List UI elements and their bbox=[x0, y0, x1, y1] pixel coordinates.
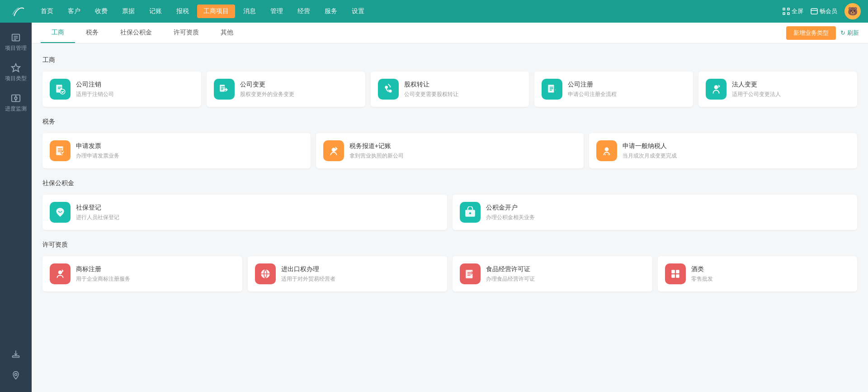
card-alcohol[interactable]: 酒类 零售批发 bbox=[658, 256, 858, 292]
card-company-change[interactable]: 公司变更 股权变更外的业务变更 bbox=[207, 72, 365, 107]
nav-industrial[interactable]: 工商项目 bbox=[197, 5, 235, 18]
svg-rect-14 bbox=[13, 356, 19, 357]
sidebar-item-project-type[interactable]: 项目类型 bbox=[0, 57, 32, 88]
alcohol-icon bbox=[665, 263, 686, 284]
alcohol-desc: 零售批发 bbox=[691, 275, 850, 283]
card-invoice[interactable]: 申请发票 办理申请发票业务 bbox=[42, 133, 311, 168]
svg-rect-33 bbox=[676, 270, 679, 273]
card-tax-report[interactable]: 税务报道+记账 拿到营业执照的新公司 bbox=[316, 133, 584, 168]
social-insurance-desc: 进行人员社保登记 bbox=[76, 214, 440, 221]
license-cards: 商标注册 用于企业商标注册服务 进出口权办理 适用于对外贸易经营者 食品 bbox=[42, 256, 857, 292]
sidebar-download-icon[interactable] bbox=[8, 346, 24, 363]
tab-tax[interactable]: 税务 bbox=[75, 23, 109, 43]
svg-rect-4 bbox=[811, 9, 817, 14]
card-food-license[interactable]: 食品经营许可证 办理食品经营许可证 bbox=[453, 256, 652, 292]
refresh-button[interactable]: ↻ 刷新 bbox=[840, 29, 859, 37]
svg-rect-34 bbox=[671, 274, 675, 278]
legal-change-info: 法人变更 适用于公司变更法人 bbox=[732, 81, 850, 98]
industrial-cards: 公司注销 适用于注销公司 公司变更 股权变更外的业务变更 股权转让 bbox=[42, 72, 857, 107]
import-export-title: 进出口权办理 bbox=[281, 265, 440, 273]
svg-point-25 bbox=[331, 148, 335, 152]
nav-items: 首页 客户 收费 票据 记账 报税 工商项目 消息 管理 经营 服务 设置 bbox=[34, 5, 783, 18]
equity-transfer-icon bbox=[378, 79, 399, 100]
tabs: 工商 税务 社保公积金 许可资质 其他 bbox=[41, 23, 244, 43]
equity-transfer-info: 股权转让 公司变更需要股权转让 bbox=[404, 81, 522, 98]
food-license-icon bbox=[460, 263, 481, 284]
svg-point-20 bbox=[389, 90, 392, 93]
nav-service[interactable]: 服务 bbox=[318, 5, 344, 18]
section-title-license: 许可资质 bbox=[42, 241, 857, 249]
user-avatar[interactable]: 🐻 bbox=[844, 3, 861, 19]
taxpayer-info: 申请一般纳税人 当月或次月成变更完成 bbox=[623, 142, 850, 160]
company-change-desc: 股权变更外的业务变更 bbox=[240, 91, 358, 98]
sidebar-location-icon[interactable] bbox=[8, 367, 24, 385]
sidebar-item-progress[interactable]: 进度监测 bbox=[0, 88, 32, 118]
top-navigation: 首页 客户 收费 票据 记账 报税 工商项目 消息 管理 经营 服务 设置 全屏… bbox=[0, 0, 868, 23]
trademark-info: 商标注册 用于企业商标注册服务 bbox=[76, 265, 235, 283]
sidebar-bottom bbox=[8, 346, 24, 392]
invoice-title: 申请发票 bbox=[76, 142, 303, 150]
legal-change-icon bbox=[706, 79, 726, 100]
company-change-info: 公司变更 股权变更外的业务变更 bbox=[240, 81, 358, 98]
nav-home[interactable]: 首页 bbox=[34, 5, 60, 18]
social-insurance-icon bbox=[50, 202, 71, 223]
import-export-icon bbox=[255, 263, 276, 284]
nav-message[interactable]: 消息 bbox=[237, 5, 262, 18]
section-title-tax: 税务 bbox=[42, 118, 857, 126]
card-equity-transfer[interactable]: 股权转让 公司变更需要股权转让 bbox=[371, 72, 529, 107]
svg-point-26 bbox=[605, 147, 609, 151]
trademark-desc: 用于企业商标注册服务 bbox=[76, 275, 235, 283]
invoice-info: 申请发票 办理申请发票业务 bbox=[76, 142, 303, 160]
sidebar-label-project-type: 项目类型 bbox=[5, 75, 27, 82]
card-company-register[interactable]: 公司注册 申请公司注册全流程 bbox=[534, 72, 693, 107]
invoice-desc: 办理申请发票业务 bbox=[76, 152, 303, 160]
refresh-icon: ↻ bbox=[840, 29, 845, 36]
tab-license[interactable]: 许可资质 bbox=[163, 23, 210, 43]
nav-bookkeeping[interactable]: 记账 bbox=[143, 5, 168, 18]
card-import-export[interactable]: 进出口权办理 适用于对外贸易经营者 bbox=[248, 256, 448, 292]
nav-clients[interactable]: 客户 bbox=[61, 5, 87, 18]
taxpayer-desc: 当月或次月成变更完成 bbox=[623, 152, 850, 160]
nav-tax[interactable]: 报税 bbox=[170, 5, 195, 18]
company-register-icon bbox=[542, 79, 562, 100]
nav-operation[interactable]: 经营 bbox=[291, 5, 316, 18]
card-taxpayer[interactable]: 申请一般纳税人 当月或次月成变更完成 bbox=[589, 133, 857, 168]
section-title-industrial: 工商 bbox=[42, 56, 857, 64]
tab-industrial[interactable]: 工商 bbox=[41, 23, 75, 43]
social-insurance-cards: 社保登记 进行人员社保登记 公积金开户 办理公积金相关业务 bbox=[42, 195, 857, 230]
main-content: 工商 税务 社保公积金 许可资质 其他 新增业务类型 ↻ 刷新 工商 公司注销 bbox=[32, 23, 868, 392]
nav-fees[interactable]: 收费 bbox=[89, 5, 114, 18]
svg-rect-35 bbox=[676, 274, 679, 278]
food-license-title: 食品经营许可证 bbox=[486, 265, 645, 273]
tab-social-insurance[interactable]: 社保公积金 bbox=[109, 23, 163, 43]
company-cancel-icon bbox=[50, 79, 71, 100]
sidebar-item-project-manage[interactable]: 项目管理 bbox=[0, 27, 32, 57]
tab-actions: 新增业务类型 ↻ 刷新 bbox=[786, 26, 859, 40]
content-area: 工商 公司注销 适用于注销公司 公司变更 股权变更外的业务变更 bbox=[32, 43, 868, 392]
company-change-title: 公司变更 bbox=[240, 81, 358, 89]
refresh-label: 刷新 bbox=[847, 29, 859, 37]
card-legal-change[interactable]: 法人变更 适用于公司变更法人 bbox=[698, 72, 857, 107]
taxpayer-title: 申请一般纳税人 bbox=[623, 142, 850, 150]
alcohol-info: 酒类 零售批发 bbox=[691, 265, 850, 283]
tab-other[interactable]: 其他 bbox=[210, 23, 244, 43]
nav-manage[interactable]: 管理 bbox=[264, 5, 289, 18]
provident-fund-desc: 办理公积金相关业务 bbox=[486, 214, 850, 221]
provident-fund-info: 公积金开户 办理公积金相关业务 bbox=[486, 204, 850, 221]
equity-transfer-desc: 公司变更需要股权转让 bbox=[404, 91, 522, 98]
sidebar: 项目管理 项目类型 进度监测 bbox=[0, 23, 32, 392]
svg-point-15 bbox=[15, 373, 17, 376]
invoice-icon bbox=[50, 140, 71, 161]
trademark-icon bbox=[50, 263, 71, 284]
new-business-type-button[interactable]: 新增业务类型 bbox=[786, 26, 836, 40]
card-social-insurance[interactable]: 社保登记 进行人员社保登记 bbox=[42, 195, 447, 230]
card-company-cancel[interactable]: 公司注销 适用于注销公司 bbox=[42, 72, 201, 107]
card-provident-fund[interactable]: 公积金开户 办理公积金相关业务 bbox=[453, 195, 857, 230]
nav-settings[interactable]: 设置 bbox=[345, 5, 371, 18]
card-trademark[interactable]: 商标注册 用于企业商标注册服务 bbox=[42, 256, 242, 292]
nav-bills[interactable]: 票据 bbox=[116, 5, 141, 18]
fullscreen-button[interactable]: 全屏 bbox=[783, 7, 803, 15]
svg-rect-3 bbox=[788, 13, 789, 14]
svg-point-28 bbox=[469, 212, 471, 214]
member-button[interactable]: 畅会员 bbox=[811, 7, 837, 15]
